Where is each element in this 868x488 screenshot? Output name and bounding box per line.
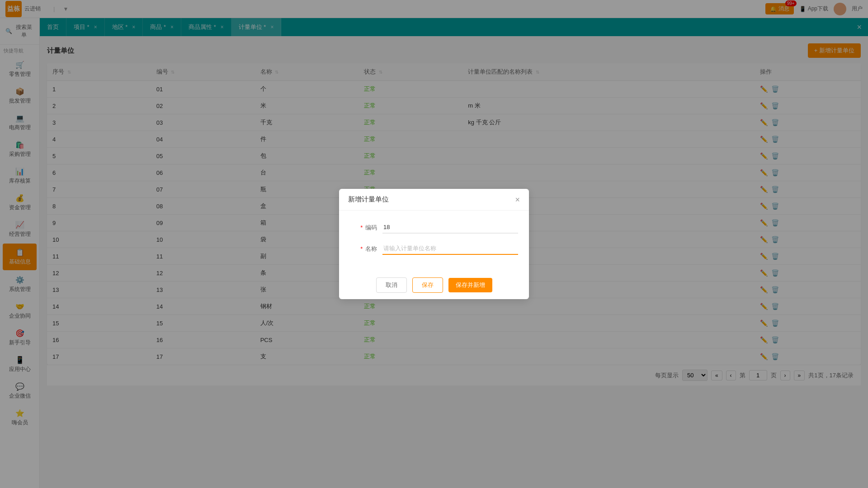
save-button[interactable]: 保存	[412, 277, 443, 293]
add-unit-modal: 新增计量单位 × * 编码 * 名称 取消 保存 保存并新增	[339, 189, 529, 299]
name-label-text: 名称	[365, 245, 377, 252]
modal-footer: 取消 保存 保存并新增	[339, 271, 529, 299]
form-item-code: * 编码	[350, 221, 518, 234]
name-input[interactable]	[382, 243, 518, 255]
form-item-name: * 名称	[350, 243, 518, 255]
code-label: * 编码	[350, 224, 377, 232]
modal-overlay: 新增计量单位 × * 编码 * 名称 取消 保存 保存并新增	[0, 0, 868, 488]
code-input[interactable]	[382, 221, 518, 234]
modal-body: * 编码 * 名称	[339, 211, 529, 271]
modal-close-button[interactable]: ×	[515, 196, 520, 204]
name-required-mark: *	[360, 245, 363, 252]
cancel-button[interactable]: 取消	[376, 277, 407, 293]
name-label: * 名称	[350, 245, 377, 253]
code-label-text: 编码	[365, 224, 377, 231]
save-and-new-button[interactable]: 保存并新增	[448, 278, 492, 292]
code-required-mark: *	[360, 224, 363, 231]
modal-header: 新增计量单位 ×	[339, 189, 529, 211]
modal-title: 新增计量单位	[348, 195, 389, 204]
